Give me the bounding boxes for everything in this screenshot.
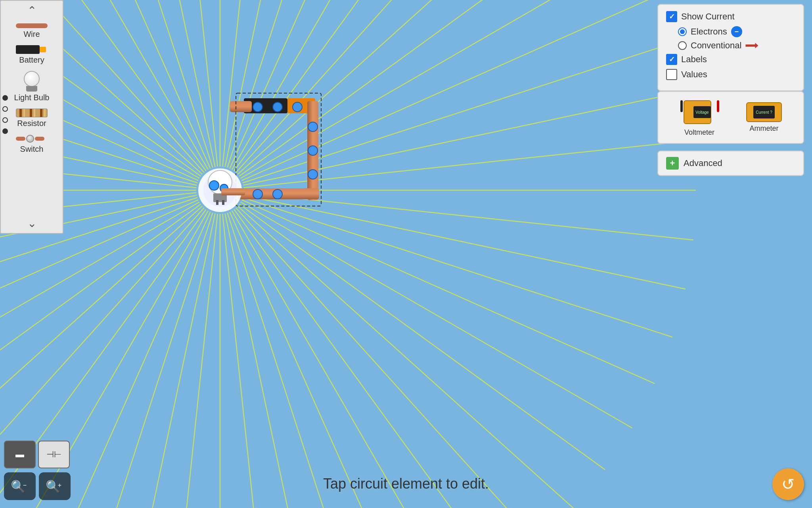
values-label: Values bbox=[681, 69, 707, 80]
dot-4 bbox=[2, 128, 8, 134]
battery-icon bbox=[16, 45, 48, 54]
meters-panel: Voltage Voltmeter Current ? Ammeter bbox=[657, 91, 804, 144]
svg-rect-22 bbox=[222, 200, 224, 205]
electron-indicator: − bbox=[731, 26, 742, 37]
sidebar-item-light-bulb[interactable]: Light Bulb bbox=[1, 68, 63, 105]
svg-point-8 bbox=[293, 102, 302, 112]
svg-point-10 bbox=[308, 146, 318, 155]
sidebar-item-wire-label: Wire bbox=[23, 30, 40, 39]
sidebar-item-switch[interactable]: Switch bbox=[1, 131, 63, 157]
electrons-label: Electrons bbox=[691, 27, 727, 37]
svg-rect-0 bbox=[244, 101, 317, 112]
svg-point-18 bbox=[209, 181, 219, 190]
zoom-in-icon: 🔍+ bbox=[46, 479, 64, 493]
status-bar: Tap circuit element to edit. bbox=[323, 476, 489, 492]
tab-bar: ▬ ⊣⊢ bbox=[4, 441, 70, 468]
refresh-button[interactable]: ↺ bbox=[772, 468, 804, 500]
switch-knob bbox=[26, 135, 34, 143]
tab-intro-icon: ▬ bbox=[15, 449, 24, 460]
sidebar-item-resistor[interactable]: Resistor bbox=[1, 105, 63, 131]
bulb-icon bbox=[23, 71, 40, 92]
status-message: Tap circuit element to edit. bbox=[323, 476, 489, 492]
conventional-radio[interactable] bbox=[678, 41, 687, 50]
sidebar-item-bulb-label: Light Bulb bbox=[14, 93, 50, 102]
conventional-label: Conventional bbox=[691, 40, 741, 51]
svg-rect-23 bbox=[221, 188, 245, 195]
sidebar-item-battery-label: Battery bbox=[19, 55, 44, 65]
svg-point-9 bbox=[308, 122, 318, 132]
sidebar-item-wire[interactable]: Wire bbox=[1, 20, 63, 42]
voltmeter-body: Voltage bbox=[684, 100, 711, 124]
bulb-glass bbox=[24, 71, 40, 87]
show-current-checkbox[interactable]: ✓ bbox=[666, 11, 677, 22]
advanced-panel[interactable]: + Advanced bbox=[657, 151, 804, 176]
controls-panel: ✓ Show Current Electrons − Conventional … bbox=[657, 4, 804, 91]
labels-label: Labels bbox=[681, 54, 707, 65]
svg-rect-20 bbox=[213, 193, 227, 202]
svg-rect-21 bbox=[216, 200, 218, 205]
svg-point-16 bbox=[203, 174, 237, 207]
tab-series-icon: ⊣⊢ bbox=[46, 449, 61, 460]
svg-rect-14 bbox=[236, 93, 321, 206]
svg-point-13 bbox=[273, 189, 282, 199]
refresh-icon: ↺ bbox=[781, 475, 795, 493]
zoom-out-icon: 🔍− bbox=[11, 479, 29, 493]
advanced-label: Advanced bbox=[684, 158, 722, 168]
svg-point-15 bbox=[198, 168, 242, 212]
tab-intro[interactable]: ▬ bbox=[4, 441, 36, 468]
switch-left bbox=[16, 137, 25, 141]
show-current-label: Show Current bbox=[681, 11, 735, 22]
battery-positive bbox=[40, 47, 46, 52]
zoom-in-button[interactable]: 🔍+ bbox=[39, 472, 71, 500]
zoom-out-button[interactable]: 🔍− bbox=[4, 472, 36, 500]
voltmeter-screen: Voltage bbox=[693, 106, 711, 118]
conventional-indicator bbox=[745, 43, 758, 48]
voltmeter-probe-red bbox=[717, 100, 719, 112]
svg-point-17 bbox=[208, 170, 232, 194]
svg-rect-5 bbox=[230, 101, 252, 112]
zoom-bar: 🔍− 🔍+ bbox=[4, 472, 71, 500]
sidebar-scroll-up[interactable]: ⌃ bbox=[1, 1, 63, 20]
battery-body bbox=[16, 45, 40, 54]
svg-point-12 bbox=[253, 189, 262, 199]
voltmeter-item[interactable]: Voltage Voltmeter bbox=[680, 98, 719, 137]
svg-point-19 bbox=[220, 184, 228, 192]
sidebar-item-battery[interactable]: Battery bbox=[1, 42, 63, 68]
ammeter-item[interactable]: Current ? Ammeter bbox=[746, 102, 782, 133]
ammeter-label: Ammeter bbox=[749, 124, 778, 133]
svg-rect-2 bbox=[287, 98, 315, 113]
ammeter-body: Current ? bbox=[746, 102, 782, 122]
dot-3 bbox=[2, 117, 8, 123]
voltmeter-image: Voltage bbox=[680, 98, 719, 126]
dot-indicators bbox=[2, 95, 8, 134]
values-checkbox[interactable] bbox=[666, 69, 677, 80]
dot-2 bbox=[2, 106, 8, 112]
voltmeter-probe-black bbox=[680, 100, 683, 112]
sidebar-item-switch-label: Switch bbox=[20, 145, 44, 154]
svg-point-6 bbox=[253, 102, 262, 112]
svg-rect-4 bbox=[238, 188, 319, 199]
voltmeter-label: Voltmeter bbox=[684, 128, 714, 137]
tab-series[interactable]: ⊣⊢ bbox=[38, 441, 70, 468]
switch-right bbox=[35, 137, 44, 141]
advanced-plus-icon: + bbox=[666, 157, 679, 170]
labels-checkbox[interactable]: ✓ bbox=[666, 54, 677, 65]
switch-icon bbox=[16, 134, 48, 143]
ammeter-screen: Current ? bbox=[753, 106, 775, 118]
resistor-icon bbox=[16, 109, 48, 117]
svg-rect-3 bbox=[307, 101, 318, 200]
sidebar: ⌃ Wire Battery Light Bulb Resistor Switc… bbox=[0, 0, 63, 234]
svg-point-11 bbox=[308, 170, 318, 179]
sidebar-scroll-down[interactable]: ⌄ bbox=[1, 214, 63, 233]
dot-1 bbox=[2, 95, 8, 101]
svg-point-7 bbox=[273, 102, 282, 112]
labels-check-icon: ✓ bbox=[669, 55, 675, 64]
electrons-radio[interactable] bbox=[678, 27, 687, 36]
wire-icon bbox=[16, 23, 48, 28]
show-current-check-icon: ✓ bbox=[669, 12, 675, 21]
svg-rect-1 bbox=[244, 98, 287, 113]
bulb-base bbox=[26, 86, 37, 92]
sidebar-item-resistor-label: Resistor bbox=[17, 119, 46, 128]
electrons-radio-inner bbox=[680, 29, 685, 34]
